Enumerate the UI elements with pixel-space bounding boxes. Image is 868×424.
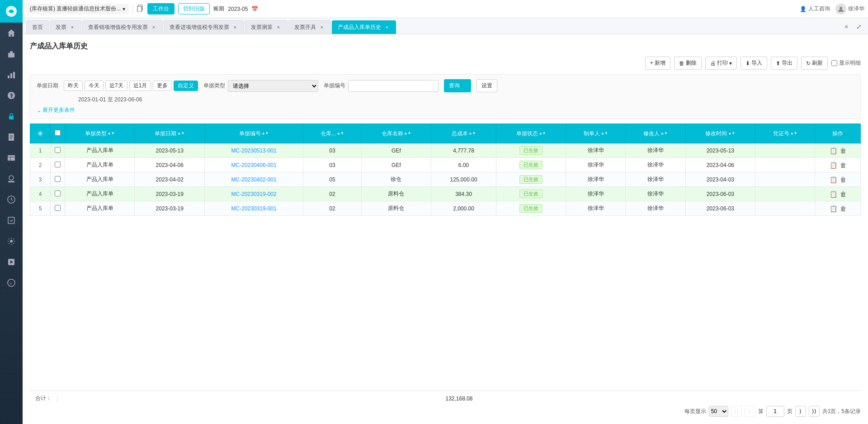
sidebar-item-table[interactable] bbox=[0, 148, 23, 168]
svg-point-19 bbox=[10, 240, 13, 243]
row-checkbox[interactable] bbox=[51, 158, 65, 172]
sidebar-item-stamp[interactable] bbox=[0, 168, 23, 189]
row-checkbox[interactable] bbox=[51, 187, 65, 201]
sidebar-item-version[interactable]: V bbox=[0, 272, 23, 293]
tab-close-all[interactable]: × bbox=[841, 21, 852, 32]
sidebar-item-report[interactable] bbox=[0, 210, 23, 231]
show-detail-checkbox[interactable] bbox=[831, 60, 837, 66]
tab-invoice-open-label: 发票开具 bbox=[294, 24, 316, 31]
row-total-cost: 4,777.78 bbox=[431, 143, 496, 158]
more-btn[interactable]: 更多 bbox=[153, 81, 172, 91]
sidebar-item-chart[interactable] bbox=[0, 64, 23, 85]
tab-invoice-open-close[interactable]: × bbox=[319, 24, 325, 31]
tab-sales-vat[interactable]: 查看销项增值税专用发票 × bbox=[82, 20, 163, 34]
workbench-button[interactable]: 工作台 bbox=[147, 3, 175, 14]
calendar-icon[interactable]: 📅 bbox=[251, 6, 258, 12]
svg-point-15 bbox=[9, 176, 14, 180]
sidebar-item-company[interactable] bbox=[0, 43, 23, 64]
row-checkbox[interactable] bbox=[51, 172, 65, 187]
row-num: 5 bbox=[30, 201, 51, 216]
row-modifier: 徐泽华 bbox=[626, 158, 685, 172]
import-button[interactable]: ⬇ 导入 bbox=[741, 57, 767, 70]
row-delete-icon[interactable]: 🗑 bbox=[840, 191, 846, 198]
today-btn[interactable]: 今天 bbox=[85, 81, 104, 91]
row-delete-icon[interactable]: 🗑 bbox=[840, 147, 846, 154]
tab-invoice-calc[interactable]: 发票测算 × bbox=[245, 20, 288, 34]
svg-text:V: V bbox=[9, 281, 12, 286]
export-icon: ⬆ bbox=[776, 60, 780, 67]
row-delete-icon[interactable]: 🗑 bbox=[840, 176, 846, 183]
column-settings-icon[interactable] bbox=[34, 127, 47, 140]
tab-invoice[interactable]: 发票 × bbox=[50, 20, 81, 34]
user-menu[interactable]: 徐泽华 bbox=[835, 4, 864, 14]
custom-btn[interactable]: 自定义 bbox=[174, 81, 198, 91]
1month-btn[interactable]: 近1月 bbox=[129, 81, 151, 91]
row-edit-icon[interactable]: 📋 bbox=[830, 147, 837, 154]
prev-page-btn[interactable]: ⟨ bbox=[745, 406, 755, 417]
delete-button[interactable]: 🗑 删除 bbox=[674, 57, 702, 70]
tab-product-history[interactable]: 产成品入库单历史 × bbox=[332, 20, 396, 34]
next-page-btn[interactable]: ⟩ bbox=[795, 406, 806, 417]
new-button[interactable]: + 新增 bbox=[645, 57, 670, 70]
tab-purchase-vat-close[interactable]: × bbox=[232, 24, 238, 31]
type-select[interactable]: 请选择 bbox=[228, 80, 318, 92]
table-row: 2 产品入库单 2023-04-06 MC-20230406-001 03 GE… bbox=[30, 158, 861, 172]
row-number[interactable]: MC-20230513-001 bbox=[204, 143, 303, 158]
row-edit-icon[interactable]: 📋 bbox=[830, 205, 837, 212]
sidebar-item-lock[interactable] bbox=[0, 106, 23, 127]
company-selector[interactable]: (库存核算) 直播轻娱通信息技术股份... ▾ bbox=[26, 4, 129, 14]
tab-invoice-close[interactable]: × bbox=[69, 24, 75, 31]
sidebar-item-finance[interactable] bbox=[0, 85, 23, 106]
set-button[interactable]: 设置 bbox=[476, 79, 497, 92]
row-edit-icon[interactable]: 📋 bbox=[830, 162, 837, 169]
row-voucher bbox=[755, 158, 815, 172]
number-input[interactable] bbox=[348, 80, 439, 92]
last-page-btn[interactable]: ⟩⟩ bbox=[809, 406, 820, 417]
row-checkbox[interactable] bbox=[51, 201, 65, 216]
pagination: 每页显示 50 100 ⟨⟨ ⟨ 算 页 ⟩ ⟩⟩ 共1页，5条记录 bbox=[30, 402, 861, 417]
filter-area: 单据日期 昨天 今天 近7天 近1月 更多 自定义 单据类型 请选择 单据编号 bbox=[30, 74, 861, 119]
tab-purchase-vat[interactable]: 查看进项增值税专用发票 × bbox=[164, 20, 244, 34]
query-button[interactable]: 查询 bbox=[444, 79, 471, 92]
sidebar-item-docs[interactable] bbox=[0, 127, 23, 148]
row-delete-icon[interactable]: 🗑 bbox=[840, 205, 846, 212]
tab-sales-vat-close[interactable]: × bbox=[151, 24, 157, 31]
row-number[interactable]: MC-20230319-002 bbox=[204, 187, 303, 201]
page-input[interactable] bbox=[766, 406, 784, 417]
help-button[interactable]: 👤 人工咨询 bbox=[800, 5, 830, 13]
yesterday-btn[interactable]: 昨天 bbox=[64, 81, 83, 91]
tab-home-label: 首页 bbox=[32, 24, 43, 31]
sidebar-item-clock[interactable] bbox=[0, 189, 23, 210]
tab-home[interactable]: 首页 bbox=[26, 20, 49, 34]
select-all-checkbox[interactable] bbox=[55, 130, 61, 136]
row-number[interactable]: MC-20230319-001 bbox=[204, 201, 303, 216]
tab-invoice-calc-close[interactable]: × bbox=[275, 24, 282, 31]
export-button[interactable]: ⬆ 导出 bbox=[771, 57, 797, 70]
expand-filter-btn[interactable]: ⌄ 展开更多条件 bbox=[37, 106, 75, 114]
tab-expand[interactable]: ⤢ bbox=[854, 21, 864, 32]
row-creator: 徐泽华 bbox=[566, 172, 626, 187]
table-wrap: 单据类型▲▼ 单据日期▲▼ 单据编号▲▼ 仓库...▲▼ 仓库名称▲▼ 总成本▲… bbox=[30, 124, 861, 389]
print-button[interactable]: 🖨 打印 ▾ bbox=[705, 57, 737, 70]
switch-old-button[interactable]: 切到旧版 bbox=[178, 3, 210, 14]
show-detail-checkbox-label: 显示明细 bbox=[831, 59, 861, 67]
per-page-select[interactable]: 50 100 bbox=[709, 406, 728, 417]
row-actions: 📋 🗑 bbox=[815, 143, 861, 158]
copy-icon[interactable] bbox=[137, 5, 144, 13]
row-delete-icon[interactable]: 🗑 bbox=[840, 162, 846, 169]
7days-btn[interactable]: 近7天 bbox=[105, 81, 127, 91]
refresh-button[interactable]: ↻ 刷新 bbox=[801, 57, 828, 70]
row-edit-icon[interactable]: 📋 bbox=[830, 176, 837, 183]
row-number[interactable]: MC-20230402-001 bbox=[204, 172, 303, 187]
sidebar-item-settings[interactable] bbox=[0, 231, 23, 252]
row-modify-time: 2023-05-13 bbox=[685, 143, 755, 158]
app-logo[interactable] bbox=[0, 0, 23, 23]
row-checkbox[interactable] bbox=[51, 143, 65, 158]
sidebar-item-home[interactable] bbox=[0, 23, 23, 43]
sidebar-item-play[interactable] bbox=[0, 252, 23, 272]
first-page-btn[interactable]: ⟨⟨ bbox=[731, 406, 742, 417]
tab-product-history-close[interactable]: × bbox=[384, 24, 390, 31]
row-number[interactable]: MC-20230406-001 bbox=[204, 158, 303, 172]
tab-invoice-open[interactable]: 发票开具 × bbox=[288, 20, 331, 34]
row-edit-icon[interactable]: 📋 bbox=[830, 191, 837, 198]
